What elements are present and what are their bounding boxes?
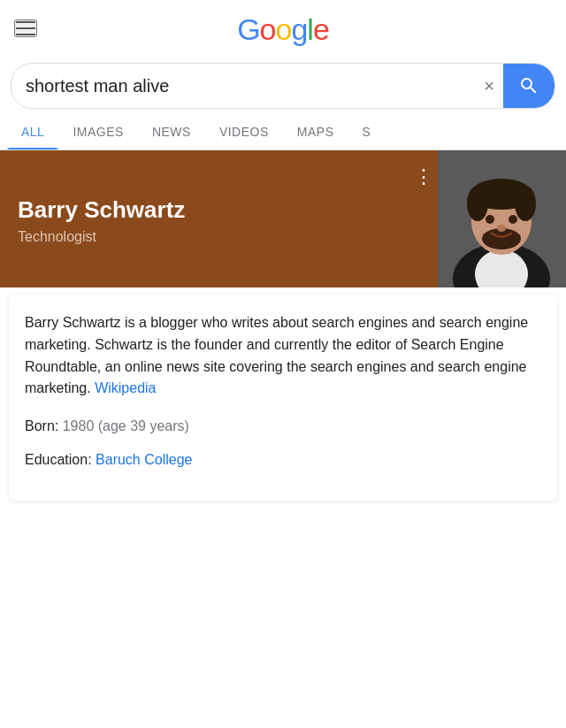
logo-letter-o1: o: [260, 12, 276, 47]
search-bar: shortest man alive ×: [11, 63, 555, 109]
logo-letter-e: e: [313, 12, 329, 47]
knowledge-panel-name: Barry Schwartz: [18, 196, 420, 224]
knowledge-fact-education: Education: Baruch College: [25, 449, 541, 471]
clear-search-button[interactable]: ×: [475, 76, 503, 96]
knowledge-fact-born: Born: 1980 (age 39 years): [25, 416, 541, 437]
person-image: [438, 150, 566, 287]
hamburger-menu-button[interactable]: [14, 19, 37, 37]
knowledge-panel-image: [438, 150, 566, 287]
svg-point-12: [497, 225, 506, 232]
tab-more[interactable]: S: [348, 114, 385, 149]
logo-letter-o2: o: [276, 12, 292, 47]
tab-videos[interactable]: VIDEOS: [205, 114, 283, 149]
knowledge-panel-description: Barry Schwartz is a blogger who writes a…: [25, 312, 541, 400]
search-icon: [518, 75, 539, 96]
logo-letter-g2: g: [291, 12, 307, 47]
wikipedia-link[interactable]: Wikipedia: [95, 380, 156, 395]
tab-images[interactable]: IMAGES: [58, 114, 137, 149]
google-logo: Google: [237, 12, 329, 47]
svg-point-9: [486, 215, 494, 224]
tab-news[interactable]: NEWS: [138, 114, 205, 149]
knowledge-panel-role: Technologist: [18, 229, 420, 245]
svg-point-8: [471, 188, 532, 210]
born-value: 1980 (age 39 years): [63, 418, 189, 433]
education-link[interactable]: Baruch College: [96, 452, 192, 467]
header: Google: [0, 0, 566, 56]
knowledge-panel-header: Barry Schwartz Technologist ⋮: [0, 150, 566, 287]
close-icon: ×: [484, 76, 494, 96]
svg-point-10: [509, 215, 517, 224]
search-tabs: ALL IMAGES NEWS VIDEOS MAPS S: [0, 114, 566, 150]
logo-letter-g: G: [237, 12, 259, 47]
search-submit-button[interactable]: [503, 63, 555, 109]
knowledge-panel-body: Barry Schwartz is a blogger who writes a…: [9, 295, 557, 501]
knowledge-header-content: Barry Schwartz Technologist: [0, 150, 438, 287]
tab-all[interactable]: ALL: [7, 114, 58, 149]
knowledge-more-options-button[interactable]: ⋮: [409, 163, 438, 191]
education-label: Education:: [25, 452, 96, 467]
more-options-icon: ⋮: [414, 165, 433, 188]
born-label: Born:: [25, 418, 63, 433]
search-bar-wrapper: shortest man alive ×: [0, 56, 566, 114]
search-input[interactable]: shortest man alive: [11, 76, 475, 96]
tab-maps[interactable]: MAPS: [283, 114, 348, 149]
